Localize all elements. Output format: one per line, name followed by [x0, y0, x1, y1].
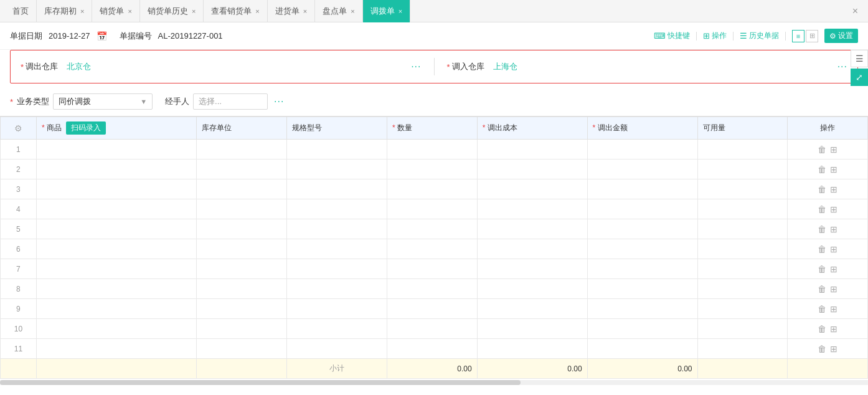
table-row: 1🗑⊞	[1, 140, 868, 159]
tab-sales-history[interactable]: 销货单历史 ×	[140, 0, 204, 22]
right-toolbar: ☰ ⤢	[851, 50, 868, 86]
col-available: 可用量	[697, 117, 788, 140]
num-field: 单据编号 AL-20191227-001	[120, 31, 223, 42]
table-row: 9🗑⊞	[1, 299, 868, 319]
close-icon[interactable]: ×	[399, 7, 402, 15]
delete-icon[interactable]: 🗑	[818, 324, 826, 334]
col-qty: * 数量	[387, 117, 477, 140]
view-list-icon[interactable]: ≡	[792, 30, 804, 42]
delete-icon[interactable]: 🗑	[818, 284, 826, 294]
table-row: 8🗑⊞	[1, 279, 868, 299]
person-select[interactable]: 选择...	[193, 93, 268, 110]
in-warehouse-field: * 调入仓库 上海仓 ···	[447, 61, 848, 72]
table-row: 4🗑⊞	[1, 199, 868, 219]
col-ops: 操作	[788, 117, 868, 140]
settings-button[interactable]: ⚙ 设置	[824, 29, 858, 43]
form-row-biz: * 业务类型 同价调拨 ▼ 经手人 选择... ···	[0, 90, 868, 116]
close-icon[interactable]: ×	[192, 7, 196, 15]
delete-icon[interactable]: 🗑	[818, 304, 826, 314]
table-row: 2🗑⊞	[1, 159, 868, 179]
toolbar-expand-button[interactable]: ⤢	[851, 69, 868, 86]
person-more-button[interactable]: ···	[274, 96, 284, 107]
form-header: 单据日期 2019-12-27 📅 单据编号 AL-20191227-001 ⌨…	[0, 22, 868, 50]
delete-icon[interactable]: 🗑	[818, 184, 826, 194]
tab-inventory-init[interactable]: 库存期初 ×	[37, 0, 92, 22]
toolbar-list-button[interactable]: ☰	[851, 50, 868, 67]
chevron-down-icon: ▼	[140, 98, 147, 105]
copy-icon[interactable]: ⊞	[830, 324, 837, 334]
tab-bar: 首页 库存期初 × 销货单 × 销货单历史 × 查看销货单 × 进货单 × 盘点…	[0, 0, 868, 22]
subtotal-amount: 0.00	[587, 359, 697, 379]
table-container: ⚙ * 商品 扫码录入 库存单位 规格型号 * 数量 *	[0, 116, 868, 379]
biz-type-field: * 业务类型 同价调拨 ▼	[10, 93, 153, 110]
tab-home[interactable]: 首页	[5, 0, 37, 22]
biz-type-select[interactable]: 同价调拨 ▼	[53, 93, 153, 110]
copy-icon[interactable]: ⊞	[830, 244, 837, 254]
subtotal-cost: 0.00	[477, 359, 587, 379]
table-row: 7🗑⊞	[1, 259, 868, 279]
close-icon[interactable]: ×	[255, 7, 259, 15]
copy-icon[interactable]: ⊞	[830, 204, 837, 214]
scan-button[interactable]: 扫码录入	[66, 121, 106, 135]
scrollbar[interactable]	[0, 380, 868, 385]
in-warehouse-more-button[interactable]: ···	[837, 61, 847, 72]
delete-icon[interactable]: 🗑	[818, 264, 826, 274]
table-row: 10🗑⊞	[1, 319, 868, 339]
col-cost: * 调出成本	[477, 117, 587, 140]
table-row: 11🗑⊞	[1, 339, 868, 359]
tab-sales-order[interactable]: 销货单 ×	[92, 0, 139, 22]
divider	[434, 58, 435, 75]
copy-icon[interactable]: ⊞	[830, 264, 837, 274]
calendar-icon[interactable]: 📅	[97, 31, 107, 41]
col-amount: * 调出金额	[587, 117, 697, 140]
copy-icon[interactable]: ⊞	[830, 184, 837, 194]
col-gear: ⚙	[1, 117, 37, 140]
history-action[interactable]: ☰ 历史单据	[740, 31, 779, 41]
delete-icon[interactable]: 🗑	[818, 204, 826, 214]
view-grid-icon[interactable]: ⊞	[806, 30, 818, 42]
operations-action[interactable]: ⊞ 操作	[703, 31, 727, 41]
settings-icon[interactable]: ⚙	[14, 123, 22, 133]
close-icon[interactable]: ×	[351, 7, 354, 15]
gear-icon: ⚙	[829, 32, 836, 40]
quick-keys-action[interactable]: ⌨ 快捷键	[654, 31, 690, 41]
subtotal-label: 小计	[287, 359, 387, 379]
divider	[785, 32, 786, 40]
warehouse-section: * 调出仓库 北京仓 ··· * 调入仓库 上海仓 ···	[10, 50, 858, 83]
delete-icon[interactable]: 🗑	[818, 244, 826, 254]
tab-purchase[interactable]: 进货单 ×	[268, 0, 315, 22]
tab-view-sales[interactable]: 查看销货单 ×	[204, 0, 267, 22]
copy-icon[interactable]: ⊞	[830, 224, 837, 234]
copy-icon[interactable]: ⊞	[830, 145, 837, 155]
delete-icon[interactable]: 🗑	[818, 145, 826, 155]
subtotal-qty: 0.00	[387, 359, 477, 379]
out-warehouse-more-button[interactable]: ···	[411, 61, 421, 72]
tab-inventory[interactable]: 盘点单 ×	[315, 0, 362, 22]
copy-icon[interactable]: ⊞	[830, 284, 837, 294]
col-unit: 库存单位	[197, 117, 287, 140]
subtotal-row: 小计 0.00 0.00 0.00	[1, 359, 868, 379]
data-table: ⚙ * 商品 扫码录入 库存单位 规格型号 * 数量 *	[0, 117, 868, 379]
out-warehouse-field: * 调出仓库 北京仓 ···	[21, 61, 422, 72]
person-field: 经手人 选择... ···	[165, 93, 284, 110]
delete-icon[interactable]: 🗑	[818, 344, 826, 354]
close-icon[interactable]: ×	[80, 7, 84, 15]
copy-icon[interactable]: ⊞	[830, 344, 837, 354]
table-row: 3🗑⊞	[1, 179, 868, 199]
col-product: * 商品 扫码录入	[36, 117, 196, 140]
scrollbar-thumb[interactable]	[0, 380, 521, 385]
table-row: 5🗑⊞	[1, 219, 868, 239]
delete-icon[interactable]: 🗑	[818, 224, 826, 234]
close-icon[interactable]: ×	[128, 7, 131, 15]
copy-icon[interactable]: ⊞	[830, 304, 837, 314]
divider	[696, 32, 697, 40]
close-icon[interactable]: ×	[303, 7, 307, 15]
table-row: 6🗑⊞	[1, 239, 868, 259]
copy-icon[interactable]: ⊞	[830, 164, 837, 174]
col-spec: 规格型号	[287, 117, 387, 140]
divider	[733, 32, 734, 40]
date-field: 单据日期 2019-12-27 📅	[10, 31, 107, 42]
tab-transfer[interactable]: 调拨单 ×	[363, 0, 410, 22]
window-close-icon[interactable]: ×	[847, 6, 863, 17]
delete-icon[interactable]: 🗑	[818, 164, 826, 174]
